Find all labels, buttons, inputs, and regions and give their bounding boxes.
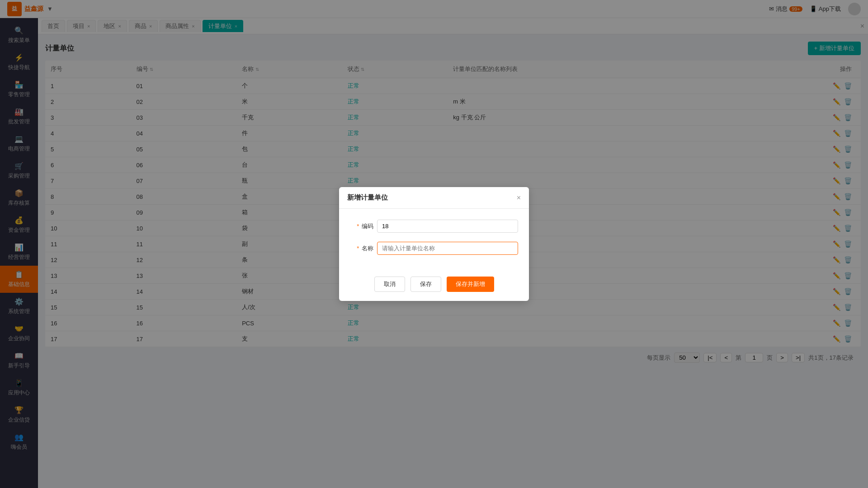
code-input[interactable] bbox=[377, 220, 518, 233]
form-label-code: * 编码 bbox=[350, 222, 377, 230]
add-unit-modal: 新增计量单位 × * 编码 * 名称 取消 保存 保存并新增 bbox=[339, 187, 529, 301]
save-and-new-button[interactable]: 保存并新增 bbox=[447, 277, 494, 292]
modal-overlay[interactable]: 新增计量单位 × * 编码 * 名称 取消 保存 保存并新增 bbox=[0, 0, 868, 488]
form-row-name: * 名称 bbox=[350, 242, 518, 255]
modal-body: * 编码 * 名称 bbox=[339, 209, 529, 271]
modal-header: 新增计量单位 × bbox=[339, 187, 529, 209]
cancel-button[interactable]: 取消 bbox=[374, 277, 405, 292]
modal-footer: 取消 保存 保存并新增 bbox=[339, 271, 529, 301]
required-star-name: * bbox=[357, 245, 359, 252]
save-button[interactable]: 保存 bbox=[410, 277, 441, 292]
form-label-name: * 名称 bbox=[350, 244, 377, 253]
name-input[interactable] bbox=[377, 242, 518, 255]
form-row-code: * 编码 bbox=[350, 220, 518, 233]
modal-close-btn[interactable]: × bbox=[517, 194, 521, 202]
required-star-code: * bbox=[357, 223, 359, 230]
modal-title: 新增计量单位 bbox=[347, 193, 388, 202]
